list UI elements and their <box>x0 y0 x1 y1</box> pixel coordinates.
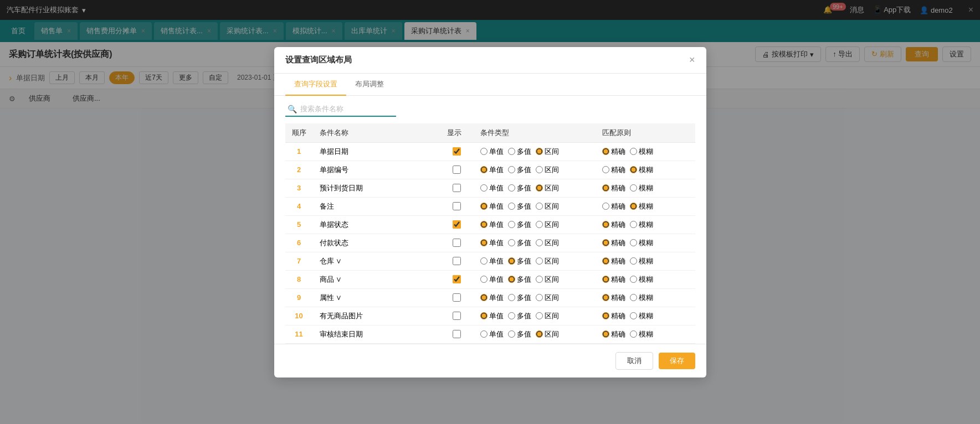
modal-close-button[interactable]: × <box>689 55 695 65</box>
modal-dialog: 设置查询区域布局 × 查询字段设置 布局调整 🔍 顺序 条件名称 显示 <box>274 47 706 109</box>
modal-tab-layout[interactable]: 布局调整 <box>346 74 393 96</box>
search-box: 🔍 <box>285 102 396 109</box>
modal-tabs: 查询字段设置 布局调整 <box>274 74 706 96</box>
modal-overlay[interactable]: 设置查询区域布局 × 查询字段设置 布局调整 🔍 顺序 条件名称 显示 <box>0 0 980 108</box>
search-icon: 🔍 <box>288 105 297 109</box>
modal-tab-fields[interactable]: 查询字段设置 <box>285 74 346 96</box>
search-input[interactable] <box>300 105 389 108</box>
modal-title: 设置查询区域布局 <box>285 55 352 65</box>
modal-search-section: 🔍 <box>274 96 706 109</box>
modal-header: 设置查询区域布局 × <box>274 47 706 74</box>
